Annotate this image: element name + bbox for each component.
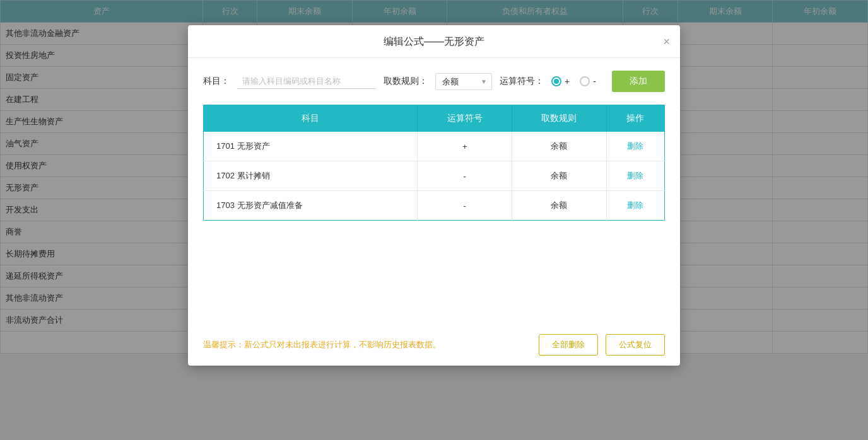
reset-formula-button[interactable]: 公式复位 bbox=[606, 334, 665, 356]
footer-buttons: 全部删除 公式复位 bbox=[539, 334, 665, 356]
rule-select[interactable]: 余额 借方发生额 贷方发生额 bbox=[435, 73, 492, 90]
hint-prefix: 温馨提示： bbox=[203, 340, 244, 349]
footer-hint: 温馨提示：新公式只对未出报表进行计算，不影响历史报表数据。 bbox=[203, 339, 441, 350]
radio-minus-circle bbox=[580, 76, 590, 86]
modal-close-button[interactable]: × bbox=[663, 36, 670, 47]
form-row: 科目： 取数规则： 余额 借方发生额 贷方发生额 ▼ 运算符号： + bbox=[203, 71, 665, 92]
table-header-row: 科目 运算符号 取数规则 操作 bbox=[204, 105, 665, 132]
modal-dialog: 编辑公式——无形资产 × 科目： 取数规则： 余额 借方发生额 贷方发生额 ▼ … bbox=[188, 25, 680, 366]
modal-footer: 温馨提示：新公式只对未出报表进行计算，不影响历史报表数据。 全部删除 公式复位 bbox=[188, 324, 680, 366]
hint-text: 新公式只对未出报表进行计算，不影响历史报表数据。 bbox=[244, 340, 441, 349]
col-action: 操作 bbox=[606, 105, 664, 132]
subject-input[interactable] bbox=[237, 74, 376, 89]
add-button[interactable]: 添加 bbox=[612, 71, 665, 92]
radio-minus-label: - bbox=[593, 76, 596, 86]
formula-subject: 1702 累计摊销 bbox=[204, 161, 418, 191]
subject-label: 科目： bbox=[203, 76, 230, 87]
formula-operator: + bbox=[418, 132, 512, 161]
modal-header: 编辑公式——无形资产 × bbox=[188, 25, 680, 58]
modal-body: 科目： 取数规则： 余额 借方发生额 贷方发生额 ▼ 运算符号： + bbox=[188, 58, 680, 324]
radio-plus-circle bbox=[551, 76, 561, 86]
formula-action: 删除 bbox=[606, 161, 664, 191]
operator-label: 运算符号： bbox=[500, 76, 544, 87]
modal-overlay: 编辑公式——无形资产 × 科目： 取数规则： 余额 借方发生额 贷方发生额 ▼ … bbox=[0, 0, 868, 440]
delete-row-button[interactable]: 删除 bbox=[627, 141, 643, 152]
operator-radio-group: + - bbox=[551, 76, 596, 86]
formula-operator: - bbox=[418, 191, 512, 221]
formula-action: 删除 bbox=[606, 132, 664, 161]
formula-action: 删除 bbox=[606, 191, 664, 221]
formula-row: 1703 无形资产减值准备-余额删除 bbox=[204, 191, 665, 221]
delete-row-button[interactable]: 删除 bbox=[627, 170, 643, 182]
modal-title: 编辑公式——无形资产 bbox=[384, 35, 484, 49]
delete-all-button[interactable]: 全部删除 bbox=[539, 334, 598, 356]
col-rule: 取数规则 bbox=[512, 105, 607, 132]
formula-operator: - bbox=[418, 161, 512, 191]
radio-minus-item[interactable]: - bbox=[580, 76, 596, 86]
formula-row: 1701 无形资产+余额删除 bbox=[204, 132, 665, 161]
radio-plus-label: + bbox=[565, 76, 570, 86]
formula-rule: 余额 bbox=[512, 191, 607, 221]
rule-label: 取数规则： bbox=[384, 76, 428, 87]
formula-subject: 1701 无形资产 bbox=[204, 132, 418, 161]
formula-subject: 1703 无形资产减值准备 bbox=[204, 191, 418, 221]
col-operator: 运算符号 bbox=[418, 105, 512, 132]
radio-plus-item[interactable]: + bbox=[551, 76, 570, 86]
delete-row-button[interactable]: 删除 bbox=[627, 200, 643, 211]
formula-rule: 余额 bbox=[512, 132, 607, 161]
col-subject: 科目 bbox=[204, 105, 418, 132]
formula-rule: 余额 bbox=[512, 161, 607, 191]
rule-select-wrapper: 余额 借方发生额 贷方发生额 ▼ bbox=[435, 73, 492, 90]
formula-row: 1702 累计摊销-余额删除 bbox=[204, 161, 665, 191]
formula-table: 科目 运算符号 取数规则 操作 1701 无形资产+余额删除1702 累计摊销-… bbox=[203, 105, 665, 221]
